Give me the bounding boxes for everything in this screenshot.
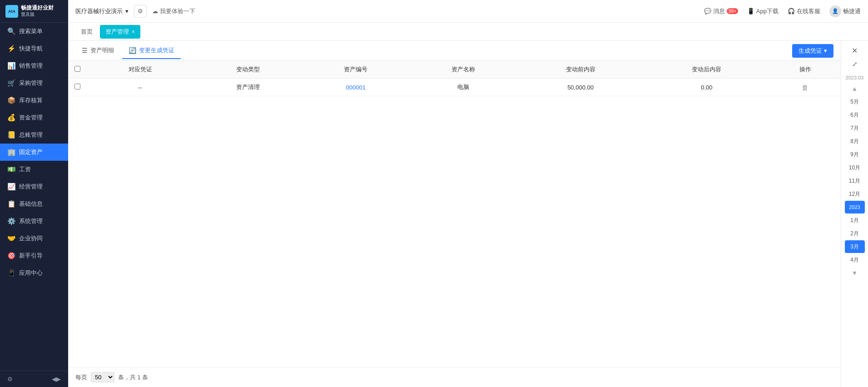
month-item-2月[interactable]: 2月 [845, 227, 865, 240]
per-page-label: 每页 [75, 373, 87, 382]
app-download-button[interactable]: 📱 App下载 [747, 7, 779, 15]
sub-tabs-left: ☰ 资产明细 🔄 变更生成凭证 [75, 43, 181, 59]
inventory-icon: 📦 [7, 96, 15, 104]
tab-close-button[interactable]: × [132, 29, 135, 35]
message-label: 消息 [713, 7, 725, 15]
month-item-7月[interactable]: 7月 [845, 122, 865, 134]
sidebar: AtA 畅捷通好业财 普及版 🔍搜索菜单⚡快捷导航📊销售管理🛒采购管理📦库存核算… [0, 0, 68, 387]
tab-asset-management[interactable]: 资产管理 × [100, 25, 140, 39]
logo-icon: AtA [5, 5, 18, 18]
sidebar-item-operations[interactable]: 📈经营管理 [0, 178, 68, 195]
year-label-2023: 2023.03 [846, 75, 864, 80]
base-info-icon: 📋 [7, 200, 15, 208]
generate-voucher-button[interactable]: 生成凭证 ▾ [792, 44, 833, 58]
sidebar-item-purchase[interactable]: 🛒采购管理 [0, 74, 68, 92]
sidebar-item-fixed-assets[interactable]: 🏢固定资产 [0, 144, 68, 161]
sidebar-item-guide[interactable]: 🎯新手引导 [0, 247, 68, 264]
tab-change-voucher[interactable]: 🔄 变更生成凭证 [122, 43, 181, 59]
customer-service-button[interactable]: 🎧 在线客服 [788, 7, 820, 15]
col-voucher: 对应凭证 [86, 61, 194, 79]
sidebar-item-finance[interactable]: 💰资金管理 [0, 109, 68, 126]
col-change-type: 变动类型 [194, 61, 302, 79]
dropdown-icon: ▾ [125, 8, 129, 15]
tab-home[interactable]: 首页 [75, 25, 98, 39]
sales-icon: 📊 [7, 62, 15, 70]
scroll-up-button[interactable]: ▲ [850, 83, 860, 94]
scroll-down-button[interactable]: ▼ [850, 268, 860, 278]
sidebar-item-label: 基础信息 [19, 200, 43, 208]
avatar: 👤 [829, 5, 841, 17]
page-content: ☰ 资产明细 🔄 变更生成凭证 生成凭证 ▾ [68, 41, 841, 387]
sidebar-item-enterprise[interactable]: 🤝企业协同 [0, 230, 68, 247]
sidebar-item-system[interactable]: ⚙️系统管理 [0, 213, 68, 230]
sidebar-item-label: 新手引导 [19, 252, 43, 260]
row-voucher: -- [86, 79, 194, 96]
settings-button[interactable]: ⚙ [134, 5, 147, 18]
guide-icon: 🎯 [7, 252, 15, 260]
tab-label: 资产管理 [105, 28, 129, 36]
sidebar-logo: AtA 畅捷通好业财 普及版 [0, 0, 68, 23]
total-label: 条，共 1 条 [118, 373, 148, 382]
sidebar-item-label: 库存核算 [19, 96, 43, 104]
company-selector[interactable]: 医疗器械行业演示 ▾ [75, 7, 129, 15]
row-action: 🗑 [770, 79, 841, 96]
company-name: 医疗器械行业演示 [75, 7, 123, 15]
sidebar-nav: 🔍搜索菜单⚡快捷导航📊销售管理🛒采购管理📦库存核算💰资金管理📒总账管理🏢固定资产… [0, 23, 68, 371]
quick-nav-icon: ⚡ [7, 45, 15, 53]
list-icon: ☰ [82, 47, 88, 54]
sidebar-item-label: 企业协同 [19, 234, 43, 243]
sidebar-item-label: 工资 [19, 165, 31, 174]
sidebar-item-base-info[interactable]: 📋基础信息 [0, 195, 68, 213]
panel-close-button[interactable]: ✕ [850, 45, 859, 57]
settings-icon[interactable]: ⚙ [7, 376, 13, 382]
sidebar-item-payroll[interactable]: 💵工资 [0, 161, 68, 178]
mobile-icon: 📱 [747, 8, 754, 15]
sidebar-bottom: ⚙ ◀▶ [0, 371, 68, 387]
select-all-checkbox[interactable] [74, 66, 80, 72]
collapse-icon[interactable]: ◀▶ [52, 376, 61, 382]
month-item-3月[interactable]: 3月 [845, 240, 865, 253]
customer-service-label: 在线客服 [797, 7, 820, 15]
month-item-11月[interactable]: 11月 [845, 174, 865, 187]
chevron-down-icon: ▾ [824, 47, 827, 54]
user-profile[interactable]: 👤 畅捷通 [829, 5, 861, 17]
panel-expand-button[interactable]: ⤢ [850, 59, 859, 69]
row-asset-name: 电脑 [410, 79, 517, 96]
sidebar-item-inventory[interactable]: 📦库存核算 [0, 92, 68, 109]
ledger-icon: 📒 [7, 131, 15, 139]
sidebar-item-search[interactable]: 🔍搜索菜单 [0, 23, 68, 40]
year-marker-2023[interactable]: 2023 [845, 201, 865, 213]
delete-button[interactable]: 🗑 [802, 84, 808, 91]
tab-bar: 首页 资产管理 × [68, 23, 868, 41]
tab1-label: 资产明细 [90, 46, 114, 55]
month-item-4月[interactable]: 4月 [845, 253, 865, 266]
sidebar-item-label: 快捷导航 [19, 45, 43, 53]
row-asset-code: 000001 [302, 79, 410, 96]
sidebar-item-label: 采购管理 [19, 79, 43, 87]
message-button[interactable]: 💬 消息 99+ [704, 7, 738, 15]
month-item-9月[interactable]: 9月 [845, 148, 865, 161]
page-size-select[interactable]: 102050100 [91, 372, 114, 382]
sidebar-item-label: 销售管理 [19, 62, 43, 70]
month-item-1月[interactable]: 1月 [845, 214, 865, 227]
month-item-6月[interactable]: 6月 [845, 109, 865, 121]
month-item-12月[interactable]: 12月 [845, 188, 865, 200]
sidebar-item-sales[interactable]: 📊销售管理 [0, 57, 68, 74]
month-item-8月[interactable]: 8月 [845, 135, 865, 148]
sidebar-item-quick-nav[interactable]: ⚡快捷导航 [0, 40, 68, 57]
tab-asset-detail[interactable]: ☰ 资产明细 [75, 43, 120, 59]
table-container: 对应凭证 变动类型 资产编号 资产名称 变动前内容 变动后内容 操作 -- 资产… [68, 61, 841, 367]
col-asset-code: 资产编号 [302, 61, 410, 79]
table-row: -- 资产清理 000001 电脑 50,000.00 0.00 🗑 [68, 79, 841, 96]
month-item-5月[interactable]: 5月 [845, 95, 865, 108]
sidebar-item-app-center[interactable]: 📱应用中心 [0, 264, 68, 282]
finance-icon: 💰 [7, 114, 15, 122]
search-icon: 🔍 [7, 27, 15, 35]
sidebar-item-label: 资金管理 [19, 114, 43, 122]
try-button[interactable]: ☁ 我要体验一下 [152, 7, 195, 15]
month-item-10月[interactable]: 10月 [845, 161, 865, 174]
row-checkbox[interactable] [74, 84, 80, 89]
sidebar-item-ledger[interactable]: 📒总账管理 [0, 126, 68, 144]
cloud-icon: ☁ [152, 8, 158, 15]
message-badge: 99+ [727, 8, 738, 14]
